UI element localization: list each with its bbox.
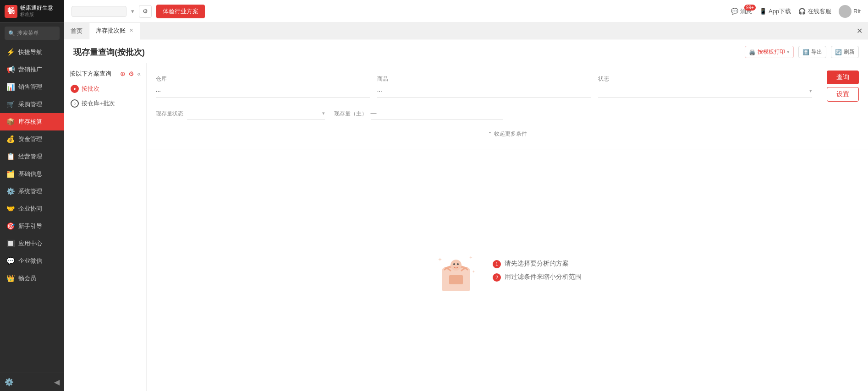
- stock-status-label: 现存量状态: [156, 110, 183, 118]
- refresh-btn[interactable]: 🔄 刷新: [831, 46, 859, 58]
- right-panel: 仓库 ··· 商品 ··· 状态: [147, 63, 868, 391]
- sidebar-item-newguide[interactable]: 🎯 新手引导: [0, 217, 64, 235]
- app-download-label: App下载: [769, 7, 791, 16]
- export-btn[interactable]: ⬆️ 导出: [798, 46, 826, 58]
- add-scheme-btn[interactable]: ⊕: [120, 70, 126, 77]
- purchase-icon: 🛒: [6, 100, 15, 109]
- sidebar-item-finance[interactable]: 💰 资金管理: [0, 130, 64, 148]
- sidebar-item-basic[interactable]: 🗂️ 基础信息: [0, 165, 64, 183]
- sidebar-item-wechat[interactable]: 💬 企业微信: [0, 252, 64, 270]
- filter-settings-btn[interactable]: 设置: [827, 87, 859, 102]
- query-btn[interactable]: 查询: [827, 71, 859, 84]
- user-menu-btn[interactable]: Rit: [839, 5, 861, 18]
- page-header: 现存量查询(按批次) 🖨️ 按模板打印 ▾ ⬆️ 导出 🔄 刷新: [64, 39, 868, 63]
- template-print-chevron: ▾: [787, 49, 790, 55]
- refresh-icon: 🔄: [835, 49, 842, 55]
- sidebar-item-marketing[interactable]: 📢 营销推广: [0, 61, 64, 78]
- empty-state: ✦ ✦ ✦ 1 请先选择要分析的方案 2 用过滤条件来缩小分析范围: [147, 150, 868, 391]
- marketing-icon: 📢: [6, 65, 15, 74]
- tab-home[interactable]: 首页: [64, 23, 89, 39]
- trial-btn[interactable]: 体验行业方案: [156, 5, 205, 18]
- settings-scheme-btn[interactable]: ⚙: [128, 70, 134, 77]
- scheme-batch-icon: ●: [71, 85, 79, 93]
- sidebar-footer: ⚙️ ◀: [0, 373, 64, 391]
- sidebar-item-vip[interactable]: 👑 畅会员: [0, 270, 64, 287]
- warehouse-input[interactable]: ···: [156, 85, 370, 98]
- filter-row-1: 仓库 ··· 商品 ··· 状态: [156, 71, 859, 102]
- stock-status-chevron: ▾: [322, 110, 325, 116]
- app-logo: 畅: [5, 5, 17, 18]
- messages-btn[interactable]: 💬 消息 99+: [731, 7, 752, 16]
- app-title: 畅康通好生意: [20, 5, 53, 12]
- sidebar-item-label: 经营管理: [18, 152, 42, 161]
- svg-text:✦: ✦: [469, 255, 472, 260]
- stock-status-dropdown[interactable]: ▾: [187, 107, 325, 120]
- topbar-settings-btn[interactable]: ⚙: [139, 5, 152, 18]
- svg-point-3: [453, 263, 455, 265]
- tab-close-btn[interactable]: ✕: [129, 27, 133, 33]
- status-input[interactable]: ▾: [598, 85, 812, 98]
- sidebar-item-system[interactable]: ⚙️ 系统管理: [0, 183, 64, 200]
- sidebar-item-sales[interactable]: 📊 销售管理: [0, 78, 64, 96]
- app-download-btn[interactable]: 📱 App下载: [759, 7, 791, 16]
- filter-actions: 查询 设置: [827, 71, 859, 102]
- sidebar-item-inventory[interactable]: 📦 库存核算: [0, 113, 64, 130]
- sidebar-item-quick-nav[interactable]: ⚡ 快捷导航: [0, 43, 64, 61]
- tab-panel-close-btn[interactable]: ✕: [851, 27, 868, 35]
- scheme-item-warehouse-batch[interactable]: ○ 按仓库+批次: [64, 96, 146, 111]
- svg-rect-1: [449, 275, 463, 284]
- avatar: [839, 5, 852, 18]
- sidebar-item-label: 基础信息: [18, 170, 42, 178]
- search-label: 搜索菜单: [17, 29, 39, 37]
- sidebar-item-purchase[interactable]: 🛒 采购管理: [0, 96, 64, 113]
- tab-home-label: 首页: [71, 27, 82, 35]
- sidebar-item-label: 销售管理: [18, 83, 42, 91]
- tab-inventory-batch-label: 库存批次账: [96, 27, 126, 35]
- collapse-sidebar-btn[interactable]: ◀: [54, 378, 60, 386]
- export-icon: ⬆️: [802, 49, 809, 55]
- template-print-btn[interactable]: 🖨️ 按模板打印 ▾: [745, 46, 794, 58]
- sidebar-item-appcenter[interactable]: 🔲 应用中心: [0, 235, 64, 252]
- phone-icon: 📱: [759, 8, 767, 15]
- customer-service-btn[interactable]: 🎧 在线客服: [798, 7, 831, 16]
- wechat-icon: 💬: [6, 257, 15, 265]
- empty-tip-2: 2 用过滤条件来缩小分析范围: [493, 273, 582, 282]
- sidebar-item-enterprise[interactable]: 🤝 企业协同: [0, 200, 64, 217]
- product-input[interactable]: ···: [377, 85, 591, 98]
- topbar-right: 💬 消息 99+ 📱 App下载 🎧 在线客服 Rit: [731, 5, 861, 18]
- filter-status: 状态 ▾: [598, 75, 812, 98]
- sidebar-item-operations[interactable]: 📋 经营管理: [0, 148, 64, 165]
- sidebar-item-label: 企业微信: [18, 257, 42, 265]
- collapse-panel-btn[interactable]: «: [137, 70, 141, 77]
- collapse-more-row: ⌃ 收起更多条件: [156, 125, 859, 142]
- operations-icon: 📋: [6, 152, 15, 161]
- body-layout: 按以下方案查询 ⊕ ⚙ « ● 按批次 ○ 按仓库+批次: [64, 63, 868, 391]
- appcenter-icon: 🔲: [6, 239, 15, 248]
- filter-area: 仓库 ··· 商品 ··· 状态: [147, 63, 868, 150]
- panel-header-actions: ⊕ ⚙ «: [120, 70, 141, 77]
- message-icon: 💬: [731, 8, 738, 15]
- headset-icon: 🎧: [798, 8, 806, 15]
- tab-inventory-batch[interactable]: 库存批次账 ✕: [89, 23, 140, 39]
- stock-qty-input[interactable]: —: [371, 107, 503, 120]
- sidebar-search[interactable]: 🔍 搜索菜单: [5, 27, 60, 40]
- scheme-item-batch[interactable]: ● 按批次: [64, 81, 146, 96]
- user-name: Rit: [853, 8, 861, 15]
- svg-point-4: [457, 263, 459, 265]
- tip-num-2: 2: [493, 273, 501, 282]
- page-title: 现存量查询(按批次): [73, 47, 145, 58]
- tab-bar: 首页 库存批次账 ✕ ✕: [64, 23, 868, 39]
- refresh-label: 刷新: [844, 48, 855, 56]
- topbar-chevron-icon[interactable]: ▾: [131, 8, 134, 15]
- sidebar-item-label: 资金管理: [18, 135, 42, 143]
- settings-footer-btn[interactable]: ⚙️: [5, 378, 14, 386]
- main-content: ▾ ⚙ 体验行业方案 💬 消息 99+ 📱 App下载 🎧 在线客服 Rit: [64, 0, 868, 391]
- collapse-more-btn[interactable]: ⌃ 收起更多条件: [485, 127, 530, 141]
- topbar: ▾ ⚙ 体验行业方案 💬 消息 99+ 📱 App下载 🎧 在线客服 Rit: [64, 0, 868, 23]
- scheme-batch-label: 按批次: [82, 85, 99, 93]
- warehouse-value: ···: [156, 87, 161, 94]
- topbar-search-input[interactable]: [71, 6, 126, 17]
- tip-1-text: 请先选择要分析的方案: [505, 260, 569, 268]
- sidebar-item-label: 库存核算: [18, 118, 42, 126]
- chevron-up-icon: ⌃: [488, 131, 492, 137]
